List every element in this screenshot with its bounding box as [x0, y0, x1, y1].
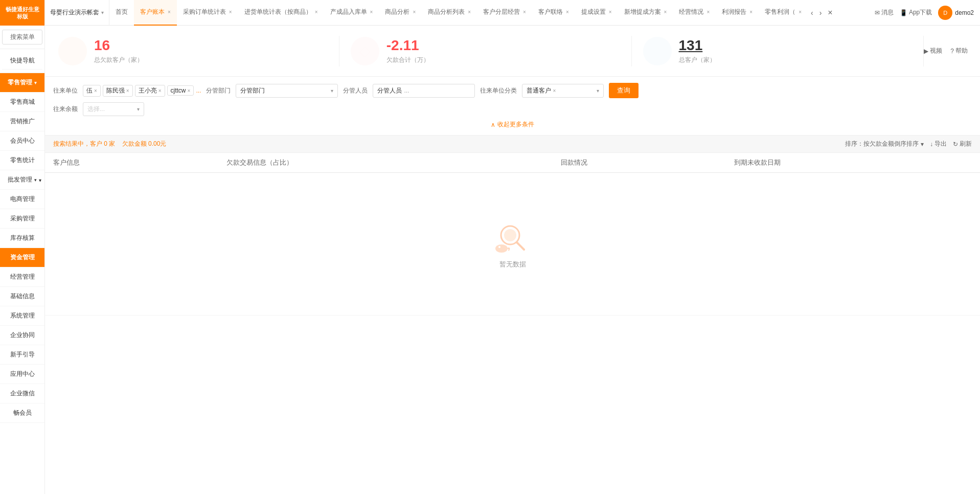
sidebar-item-stock[interactable]: 库存核算 [0, 229, 44, 248]
tab-customer-account-close[interactable]: × [168, 9, 171, 15]
table-header-row: 客户信息 欠款交易信息（占比） 回款情况 到期未收款日期 [45, 153, 980, 173]
tab-profit-report[interactable]: 利润报告 × [716, 0, 759, 26]
sidebar-item-finance[interactable]: 资金管理 [0, 248, 44, 267]
sidebar-item-zero-mall[interactable]: 零售商城 [0, 93, 44, 112]
stat-debt-content: -2.11 欠款合计（万） [386, 37, 621, 64]
query-button[interactable]: 查询 [609, 83, 639, 98]
quick-nav-button[interactable]: 快捷导航 [2, 52, 42, 70]
refresh-button[interactable]: ↻ 刷新 [953, 140, 972, 148]
unit-tag-cjttcw-close[interactable]: × [188, 88, 191, 94]
person-more[interactable]: ... [404, 87, 409, 94]
sidebar-item-app-center[interactable]: 应用中心 [0, 365, 44, 384]
user-menu[interactable]: D demo2 [938, 6, 974, 20]
unit-category-select[interactable]: 普通客户 × ▾ [522, 84, 604, 98]
unit-tags: 伍 × 陈民强 × 王小亮 × cjttcw × [83, 85, 201, 97]
tab-home[interactable]: 首页 [109, 0, 134, 26]
account-suite-dropdown[interactable]: 母婴行业演示帐套 ▾ [45, 0, 109, 26]
tab-customer-segment[interactable]: 客户分层经营 × [477, 0, 532, 26]
sidebar-item-marketing[interactable]: 营销推广 [0, 112, 44, 131]
balance-select[interactable]: 选择... ▾ [83, 102, 144, 116]
tab-product-instock[interactable]: 产成品入库单 × [324, 0, 379, 26]
unit-tag-wang-close[interactable]: × [158, 88, 162, 94]
video-label: 视频 [930, 47, 942, 55]
tab-new-promotion[interactable]: 新增提成方案 × [618, 0, 673, 26]
logo-text: 畅捷通好生意 标版 [6, 6, 39, 20]
app-download-button[interactable]: 📱 App下载 [900, 8, 932, 17]
unit-category-close[interactable]: × [553, 88, 556, 94]
tab-promotion-settings-close[interactable]: × [609, 9, 612, 15]
sidebar-item-operations[interactable]: 经营管理 [0, 267, 44, 287]
tab-stock-stats[interactable]: 进货单统计表（按商品） × [238, 0, 324, 26]
sidebar-item-ecommerce[interactable]: 电商管理 [0, 190, 44, 209]
empty-state: 暂无数据 [53, 178, 972, 310]
tab-customer-contact-close[interactable]: × [566, 9, 569, 15]
collapse-button[interactable]: ∧ 收起更多条件 [53, 120, 972, 129]
table-header: 客户信息 欠款交易信息（占比） 回款情况 到期未收款日期 [45, 153, 980, 173]
help-button[interactable]: ? 帮助 [950, 47, 968, 55]
tab-customer-contact[interactable]: 客户联络 × [532, 0, 575, 26]
tab-business-situation-close[interactable]: × [706, 9, 710, 15]
sidebar-item-retail-stats[interactable]: 零售统计 [0, 151, 44, 170]
results-sort[interactable]: 排序：按欠款金额倒序排序 ▾ [845, 140, 924, 148]
tab-promotion-settings[interactable]: 提成设置 × [575, 0, 618, 26]
tab-new-promotion-close[interactable]: × [664, 9, 667, 15]
balance-filter-label: 往来余额 [53, 105, 78, 114]
tab-retail-profit[interactable]: 零售利润（ × [759, 0, 808, 26]
tab-customer-segment-label: 客户分层经营 [483, 8, 520, 16]
sidebar-item-wechat[interactable]: 企业微信 [0, 384, 44, 403]
top-nav-right: ✉ 消息 📱 App下载 D demo2 [875, 6, 980, 20]
unit-category-tag: 普通客户 × [527, 86, 556, 95]
tab-product-instock-label: 产成品入库单 [330, 8, 367, 16]
video-help-button[interactable]: ▶ 视频 [924, 47, 942, 55]
sidebar-item-member[interactable]: 会员中心 [0, 131, 44, 151]
sidebar-item-system[interactable]: 系统管理 [0, 306, 44, 326]
sidebar-item-purchase[interactable]: 采购管理 [0, 209, 44, 229]
svg-point-1 [504, 229, 516, 241]
tab-customer-segment-close[interactable]: × [523, 9, 526, 15]
sidebar-item-new-guide[interactable]: 新手引导 [0, 345, 44, 365]
nav-tabs-container: 母婴行业演示帐套 ▾ 首页 客户账本 × 采购订单统计表 × 进货单统计表（按商… [45, 0, 875, 26]
tab-product-analysis-close[interactable]: × [413, 9, 416, 15]
svg-line-2 [517, 242, 524, 250]
unit-tag-chen: 陈民强 × [103, 85, 133, 97]
tab-new-promotion-label: 新增提成方案 [624, 8, 661, 16]
tab-stock-stats-close[interactable]: × [315, 9, 318, 15]
tab-business-situation[interactable]: 经营情况 × [673, 0, 716, 26]
tab-profit-report-close[interactable]: × [749, 9, 753, 15]
tab-product-analysis-list-close[interactable]: × [468, 9, 471, 15]
customers-icon-symbol: ¥ [69, 43, 77, 59]
unit-tag-more[interactable]: ... [196, 87, 201, 94]
unit-tag-wu-close[interactable]: × [94, 88, 97, 94]
sidebar-item-enterprise[interactable]: 企业协同 [0, 326, 44, 345]
sidebar-item-vip[interactable]: 畅会员 [0, 403, 44, 423]
dept-select[interactable]: 分管部门 ▾ [236, 84, 338, 98]
nav-close-all[interactable]: × [825, 0, 835, 26]
nav-scroll-right[interactable]: › [816, 0, 825, 26]
tab-retail-profit-close[interactable]: × [799, 9, 802, 15]
filter-bar: 往来单位 伍 × 陈民强 × 王小亮 × [45, 77, 980, 136]
tab-purchase-order-stats-close[interactable]: × [229, 9, 232, 15]
tab-product-analysis-label: 商品分析 [385, 8, 409, 16]
search-menu-button[interactable]: 搜索菜单 [2, 30, 42, 44]
nav-scroll-left[interactable]: ‹ [808, 0, 816, 26]
sidebar-item-zero-retail[interactable]: 零售管理 ▾ [0, 73, 44, 93]
tab-product-analysis[interactable]: 商品分析 × [379, 0, 422, 26]
account-suite-label: 母婴行业演示帐套 [50, 8, 99, 17]
page-content: ¥ 16 总欠款客户（家） ◇ - [45, 26, 980, 494]
sidebar-item-basic-info[interactable]: 基础信息 [0, 287, 44, 306]
export-button[interactable]: ↓ 导出 [930, 140, 947, 148]
stat-help-buttons: ▶ 视频 ? 帮助 [924, 47, 968, 55]
person-select[interactable]: 分管人员 ... [373, 84, 475, 98]
sidebar-item-wholesale[interactable]: 批发管理 ▾ [0, 170, 44, 190]
export-icon: ↓ [930, 141, 933, 148]
col-repayment: 回款情况 [553, 153, 726, 173]
unit-tag-chen-close[interactable]: × [126, 88, 129, 94]
tab-purchase-order-stats[interactable]: 采购订单统计表 × [177, 0, 238, 26]
tab-stock-stats-label: 进货单统计表（按商品） [244, 8, 312, 16]
message-button[interactable]: ✉ 消息 [875, 8, 894, 17]
tab-product-analysis-list[interactable]: 商品分析列表 × [422, 0, 477, 26]
tab-customer-account[interactable]: 客户账本 × [134, 0, 177, 26]
message-label: 消息 [881, 8, 894, 17]
empty-state-icon [492, 219, 533, 260]
tab-product-instock-close[interactable]: × [370, 9, 373, 15]
